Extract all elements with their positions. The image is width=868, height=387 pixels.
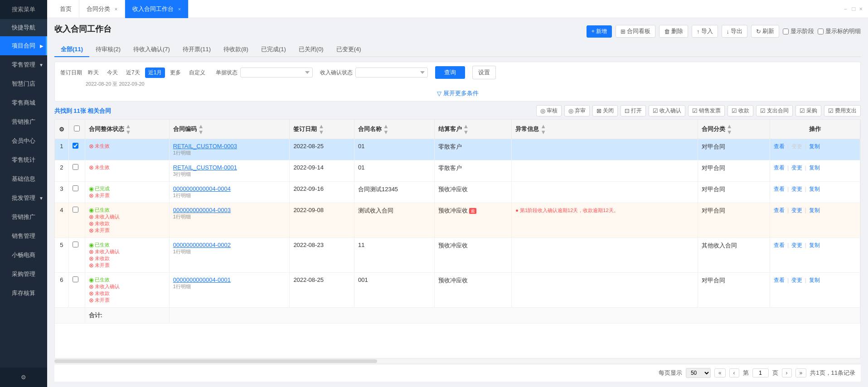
- close-icon[interactable]: ×: [178, 6, 181, 12]
- prev-page-button[interactable]: ‹: [729, 368, 739, 377]
- open-contract-button[interactable]: ⊡ 打开: [621, 105, 646, 116]
- change-button[interactable]: 变更: [791, 164, 802, 171]
- tab-home[interactable]: 首页: [53, 0, 79, 18]
- refresh-button[interactable]: ↻ 刷新: [751, 25, 779, 38]
- date-btn-today[interactable]: 今天: [104, 68, 121, 78]
- sidebar-item-marketing[interactable]: 营销推广: [0, 112, 47, 131]
- view-button[interactable]: 查看: [774, 277, 785, 283]
- date-btn-more[interactable]: 更多: [167, 68, 184, 78]
- date-btn-custom[interactable]: 自定义: [186, 68, 209, 78]
- first-page-button[interactable]: «: [714, 368, 726, 377]
- purchase-button[interactable]: ☑ 采购: [795, 105, 821, 116]
- view-button[interactable]: 查看: [774, 242, 785, 248]
- date-shortcuts: 昨天 今天 近7天 近1月 更多 自定义: [85, 68, 209, 78]
- tab-pending-confirm[interactable]: 待收入确认(7): [127, 43, 176, 57]
- sidebar-item-inventory[interactable]: 库存核算: [0, 284, 47, 303]
- sidebar-item-retail-stats[interactable]: 零售统计: [0, 150, 47, 169]
- view-button[interactable]: 查看: [774, 186, 785, 192]
- minimize-icon[interactable]: －: [843, 5, 849, 13]
- receipt-button[interactable]: ☑ 收款: [727, 105, 753, 116]
- tab-closed[interactable]: 已关闭(0): [292, 43, 330, 57]
- sort-arrows[interactable]: ▲▼: [318, 123, 324, 135]
- per-page-select[interactable]: 50 100: [686, 368, 711, 378]
- sidebar-item-retail-mall[interactable]: 零售商城: [0, 93, 47, 112]
- page-number-input[interactable]: [752, 368, 769, 377]
- tab-pending-review[interactable]: 待审核(2): [89, 43, 127, 57]
- tab-completed[interactable]: 已完成(1): [255, 43, 292, 57]
- sidebar-item-sales-mgmt[interactable]: 销售管理: [0, 227, 47, 246]
- sidebar-item-retail-mgmt[interactable]: 零售管理 ▼: [0, 55, 47, 74]
- sidebar-item-ecommerce[interactable]: 小畅电商: [0, 246, 47, 265]
- view-button[interactable]: 查看: [774, 207, 785, 213]
- date-btn-1month[interactable]: 近1月: [145, 68, 165, 78]
- view-button[interactable]: 查看: [774, 164, 785, 171]
- sidebar-item-marketing2[interactable]: 营销推广: [0, 208, 47, 227]
- show-stages-checkbox[interactable]: 显示阶段: [783, 27, 814, 35]
- sort-arrows[interactable]: ▲▼: [198, 123, 204, 135]
- change-button[interactable]: 变更: [791, 207, 802, 213]
- tab-all[interactable]: 全部(11): [54, 43, 89, 57]
- date-btn-yesterday[interactable]: 昨天: [85, 68, 102, 78]
- sidebar-settings[interactable]: ⚙: [0, 368, 47, 387]
- import-button[interactable]: ↑ 导入: [692, 25, 718, 38]
- close-icon[interactable]: ×: [115, 6, 117, 12]
- change-button[interactable]: 变更: [791, 242, 802, 248]
- sort-arrows[interactable]: ▲▼: [540, 123, 546, 135]
- confirm-status-select[interactable]: [355, 68, 428, 77]
- sort-arrows[interactable]: ▲▼: [383, 123, 389, 135]
- search-menu[interactable]: 搜索菜单: [0, 0, 47, 19]
- copy-button[interactable]: 复制: [809, 277, 820, 283]
- expand-more-btn[interactable]: ▽ 展开更多条件: [60, 89, 855, 97]
- next-page-button[interactable]: ›: [782, 368, 792, 377]
- copy-button[interactable]: 复制: [809, 207, 820, 213]
- maximize-icon[interactable]: □: [852, 5, 856, 12]
- row-name: 01: [354, 139, 434, 160]
- delete-button[interactable]: 🗑 删除: [659, 25, 688, 38]
- change-button[interactable]: 变更: [791, 277, 802, 283]
- copy-button[interactable]: 复制: [809, 242, 820, 248]
- show-details-checkbox[interactable]: 显示标的明细: [818, 27, 861, 35]
- view-button[interactable]: 查看: [774, 143, 785, 150]
- row-name: 测试收入合同: [354, 203, 434, 238]
- copy-button[interactable]: 复制: [809, 164, 820, 171]
- expense-contract-button[interactable]: ☑ 支出合同: [756, 105, 793, 116]
- close-window-icon[interactable]: ×: [859, 5, 863, 12]
- chevron-down-icon: ▼: [39, 196, 44, 201]
- sidebar-item-basic-info[interactable]: 基础信息: [0, 169, 47, 189]
- sort-arrows[interactable]: ▲▼: [463, 123, 469, 135]
- sidebar-item-project-contract[interactable]: 项目合同 ▶: [0, 36, 47, 55]
- copy-button[interactable]: 复制: [809, 186, 820, 192]
- sort-arrows[interactable]: ▲▼: [727, 123, 732, 135]
- sort-arrows[interactable]: ▲▼: [126, 123, 131, 135]
- sidebar-item-member-center[interactable]: 会员中心: [0, 131, 47, 150]
- tab-income-contract[interactable]: 收入合同工作台 ×: [125, 0, 189, 18]
- close-contract-button[interactable]: ⊠ 关闭: [592, 105, 618, 116]
- tab-changed[interactable]: 已变更(4): [330, 43, 368, 57]
- add-button[interactable]: + 新增: [587, 25, 612, 38]
- quick-nav[interactable]: 快捷导航: [0, 19, 47, 36]
- set-button[interactable]: 设置: [472, 66, 496, 79]
- tab-contract-category[interactable]: 合同分类 ×: [79, 0, 125, 18]
- last-page-button[interactable]: »: [795, 368, 807, 377]
- tab-pending-invoice[interactable]: 待开票(11): [176, 43, 217, 57]
- select-all-checkbox[interactable]: [74, 126, 80, 131]
- bill-status-select[interactable]: [240, 68, 313, 77]
- tab-pending-receipt[interactable]: 待收款(8): [217, 43, 255, 57]
- sidebar-item-purchase-mgmt[interactable]: 采购管理: [0, 265, 47, 284]
- income-confirm-button[interactable]: ☑ 收入确认: [649, 105, 685, 116]
- export-button[interactable]: ↓ 导出: [722, 25, 748, 38]
- change-button[interactable]: 变更: [791, 186, 802, 192]
- date-btn-7days[interactable]: 近7天: [123, 68, 143, 78]
- sidebar-item-wholesale-mgmt[interactable]: 批发管理 ▼: [0, 189, 47, 208]
- horizontal-scrollbar[interactable]: [54, 359, 861, 363]
- status-icon: ⊗: [89, 164, 94, 171]
- query-button[interactable]: 查询: [435, 66, 465, 79]
- sidebar-item-smart-store[interactable]: 智慧门店: [0, 74, 47, 93]
- gear-icon[interactable]: ⚙: [59, 126, 64, 133]
- sales-invoice-button[interactable]: ☑ 销售发票: [688, 105, 725, 116]
- expense-out-button[interactable]: ☑ 费用支出: [824, 105, 861, 116]
- review-button[interactable]: ◎ 审核: [536, 105, 562, 116]
- copy-button[interactable]: 复制: [809, 143, 820, 150]
- abandon-review-button[interactable]: ◎ 弃审: [564, 105, 590, 116]
- contract-board-button[interactable]: ⊞ 合同看板: [616, 25, 655, 38]
